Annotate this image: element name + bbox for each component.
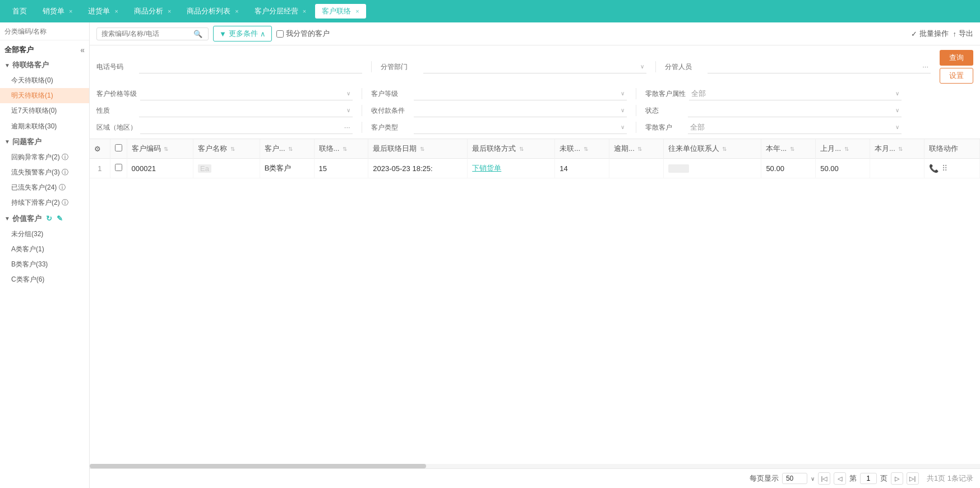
col-contacts[interactable]: 联络... ⇅ <box>314 139 368 159</box>
close-icon[interactable]: × <box>235 8 238 15</box>
chevron-down-icon: ∨ <box>895 107 899 113</box>
col-name[interactable]: 客户名称 ⇅ <box>193 139 260 159</box>
reset-btn[interactable]: 设置 <box>940 68 973 84</box>
nav-purchase-order[interactable]: 进货单 × <box>81 4 124 19</box>
row-name[interactable]: Ea <box>193 159 260 178</box>
sidebar: 🔍 全部客户 « ▼ 待联络客户 今天待联络(0) 明天待联络(1) 近7天待联… <box>0 22 90 488</box>
col-this-month[interactable]: 本月... ⇅ <box>870 139 924 159</box>
nav-product-analysis[interactable]: 商品分析 × <box>127 4 178 19</box>
col-checkbox[interactable] <box>110 139 127 159</box>
settings-icon[interactable]: ⚙ <box>94 145 101 153</box>
scatter-customer-select[interactable]: 全部 ∨ <box>688 121 902 134</box>
page-size-select[interactable]: 50 100 200 <box>782 473 807 484</box>
sidebar-item-overdue-contact[interactable]: 逾期未联络(30) <box>0 119 89 134</box>
filter-scatter-attr: 零散客户属性 全部 ∨ <box>645 87 902 100</box>
sidebar-item-class-b[interactable]: B类客户(33) <box>0 257 89 272</box>
nav-home[interactable]: 首页 <box>6 4 34 19</box>
col-this-year[interactable]: 本年... ⇅ <box>761 139 816 159</box>
row-checkbox[interactable] <box>110 159 127 178</box>
sidebar-item-class-a[interactable]: A类客户(1) <box>0 242 89 257</box>
scrollbar-thumb[interactable] <box>90 464 426 468</box>
search-input[interactable] <box>101 30 191 38</box>
prev-page-btn[interactable]: ◁ <box>834 472 846 485</box>
select-all-checkbox[interactable] <box>115 144 122 151</box>
close-icon[interactable]: × <box>69 8 72 15</box>
toolbar-right: ✓ 批量操作 ↑ 导出 <box>911 29 974 39</box>
sidebar-search-input[interactable] <box>4 27 89 35</box>
nav-product-analysis-list[interactable]: 商品分析列表 × <box>180 4 245 19</box>
sidebar-search: 🔍 <box>0 22 89 40</box>
filter-price-level: 客户价格等级 ∨ <box>96 87 353 100</box>
batch-operate-btn[interactable]: ✓ 批量操作 <box>911 29 949 39</box>
close-icon[interactable]: × <box>114 8 118 15</box>
sidebar-item-tomorrow-contact[interactable]: 明天待联络(1) <box>0 88 89 103</box>
last-page-btn[interactable]: ▷| <box>907 472 919 485</box>
content-area: 🔍 ▼ 更多条件 ∧ 我分管的客户 ✓ 批量操作 ↑ 导出 <box>90 22 980 488</box>
next-page-btn[interactable]: ▷ <box>891 472 903 485</box>
customer-type-select[interactable]: ∨ <box>414 121 627 134</box>
edit-icon[interactable]: ✎ <box>57 214 63 223</box>
page-number-input[interactable] <box>860 473 877 484</box>
col-last-month[interactable]: 上月... ⇅ <box>816 139 870 159</box>
price-level-select[interactable]: ∨ <box>140 87 353 100</box>
col-last-contact-date[interactable]: 最后联络日期 ⇅ <box>368 139 468 159</box>
check-icon: ✓ <box>911 30 917 38</box>
col-contact-person[interactable]: 往来单位联系人 ⇅ <box>663 139 761 159</box>
filter-person: 分管人员 ··· <box>665 60 931 73</box>
sidebar-item-abnormal-repurchase[interactable]: 回购异常客户(2) ⓘ <box>0 150 89 165</box>
customer-level-select[interactable]: ∨ <box>414 87 627 100</box>
query-btn[interactable]: 查询 <box>940 50 973 66</box>
col-last-contact-method[interactable]: 最后联络方式 ⇅ <box>468 139 555 159</box>
table-area: ⚙ 客户编码 ⇅ 客户名称 ⇅ 客户... ⇅ 联络... ⇅ 最后联络日期 ⇅… <box>90 139 980 464</box>
refresh-icon[interactable]: ↻ <box>46 214 52 223</box>
collapse-icon[interactable]: « <box>80 45 85 54</box>
divider <box>371 61 372 72</box>
close-icon[interactable]: × <box>168 8 171 15</box>
filter-more-btn[interactable]: ▼ 更多条件 ∧ <box>213 26 272 42</box>
phone-input[interactable] <box>139 60 362 73</box>
sidebar-item-churned[interactable]: 已流失客户(24) ⓘ <box>0 180 89 195</box>
nav-sales-order[interactable]: 销货单 × <box>36 4 79 19</box>
chevron-down-icon: ∨ <box>621 107 625 113</box>
col-overdue[interactable]: 逾期... ⇅ <box>609 139 663 159</box>
sidebar-item-7day-contact[interactable]: 近7天待联络(0) <box>0 103 89 118</box>
my-customers-checkbox[interactable]: 我分管的客户 <box>276 29 330 39</box>
my-customers-input[interactable] <box>276 30 284 38</box>
close-icon[interactable]: × <box>303 8 306 15</box>
person-select[interactable]: ··· <box>708 60 931 73</box>
filter-phone: 电话号码 <box>96 60 362 73</box>
status-select[interactable]: ∨ <box>688 104 902 117</box>
nav-customer-segment[interactable]: 客户分层经营 × <box>248 4 313 19</box>
close-icon[interactable]: × <box>355 8 359 15</box>
sidebar-item-class-c[interactable]: C类客户(6) <box>0 272 89 287</box>
scatter-attr-select[interactable]: 全部 ∨ <box>689 87 902 100</box>
nature-select[interactable]: ∨ <box>139 104 353 117</box>
sidebar-item-unclassified[interactable]: 未分组(32) <box>0 227 89 242</box>
first-page-btn[interactable]: |◁ <box>818 472 830 485</box>
search-icon[interactable]: 🔍 <box>193 30 202 38</box>
phone-icon[interactable]: 📞 <box>929 164 939 173</box>
chevron-down-icon: ∨ <box>640 63 644 70</box>
sidebar-item-today-contact[interactable]: 今天待联络(0) <box>0 73 89 88</box>
col-type[interactable]: 客户... ⇅ <box>260 139 314 159</box>
sidebar-item-declining[interactable]: 持续下滑客户(2) ⓘ <box>0 195 89 210</box>
export-btn[interactable]: ↑ 导出 <box>953 29 974 39</box>
sidebar-item-churn-warning[interactable]: 流失预警客户(3) ⓘ <box>0 165 89 180</box>
col-uncontacted[interactable]: 未联... ⇅ <box>555 139 609 159</box>
nav-customer-contact[interactable]: 客户联络 × <box>315 4 366 19</box>
grid-icon[interactable]: ⠿ <box>942 164 947 173</box>
row-last-month: 50.00 <box>816 159 870 178</box>
row-type: B类客户 <box>260 159 314 178</box>
col-settings[interactable]: ⚙ <box>90 139 110 159</box>
toolbar: 🔍 ▼ 更多条件 ∧ 我分管的客户 ✓ 批量操作 ↑ 导出 <box>90 22 980 45</box>
payment-terms-select[interactable]: ∨ <box>414 104 627 117</box>
col-code[interactable]: 客户编码 ⇅ <box>127 139 193 159</box>
divider <box>362 88 362 99</box>
search-wrap: 🔍 <box>96 27 209 40</box>
scrollbar-area[interactable] <box>90 464 980 468</box>
pagination: 每页显示 50 100 200 ∨ |◁ ◁ 第 页 ▷ ▷| 共1页 1条记录 <box>90 468 980 488</box>
region-select[interactable]: ··· <box>140 121 353 134</box>
row-last-contact-date: 2023-05-23 18:25: <box>368 159 468 178</box>
row-last-contact-method[interactable]: 下销货单 <box>468 159 555 178</box>
dept-select[interactable]: ∨ <box>423 60 646 73</box>
